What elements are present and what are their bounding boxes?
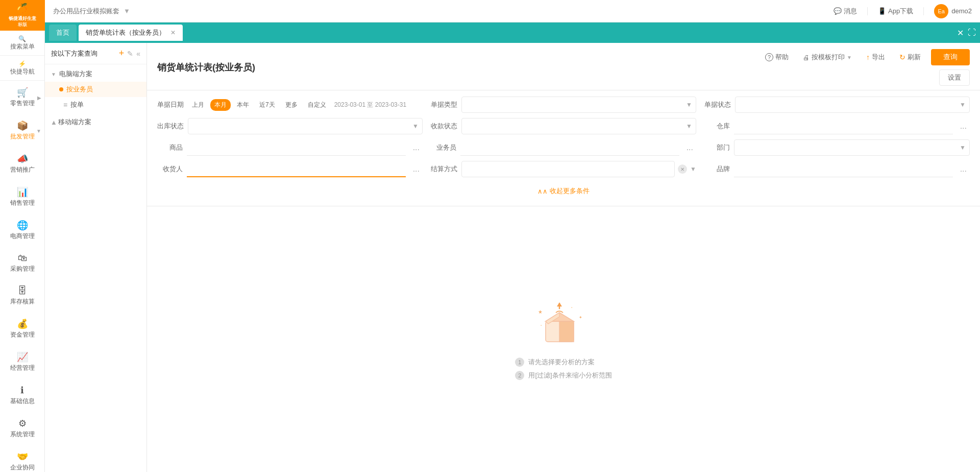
sidebar-item-enterprise[interactable]: 🤝 企业协同 xyxy=(0,445,44,472)
sidebar-item-label: 经营管理 xyxy=(10,364,35,371)
topbar-left: 办公用品行业模拟账套 ▼ xyxy=(53,7,130,16)
sidebar-item-sales[interactable]: 📊 销售管理 xyxy=(0,180,44,214)
home-tab-label: 首页 xyxy=(56,28,69,37)
export-button[interactable]: ↑ 导出 xyxy=(862,51,889,64)
sidebar-item-label: 资金管理 xyxy=(10,331,35,338)
product-dots[interactable]: ... xyxy=(410,143,423,152)
salesperson-dots[interactable]: ... xyxy=(683,143,696,152)
brand-label: 品牌 xyxy=(704,164,730,174)
export-label: 导出 xyxy=(872,53,885,62)
sidebar-item-finance[interactable]: 💰 资金管理 xyxy=(0,312,44,345)
sidebar-item-retail[interactable]: 🛒 零售管理 ▶ xyxy=(0,81,44,114)
current-company-label: 办公用品行业模拟账套 xyxy=(53,7,119,16)
empty-tip-1: 1 请先选择要分析的方案 xyxy=(515,358,611,367)
payment-method-select[interactable] xyxy=(461,161,675,177)
filter-row-4: 收货人 ... 结算方式 ✕ ▼ 品牌 xyxy=(157,161,970,177)
tab-close-all-icon[interactable]: ✕ xyxy=(957,28,964,38)
date-label: 单据日期 xyxy=(157,100,184,109)
filter-salesperson: 业务员 ... xyxy=(431,139,696,156)
topbar: 办公用品行业模拟账套 ▼ 💬 消息 📱 App下载 Ea demo2 xyxy=(45,0,980,22)
date-tab-this-year[interactable]: 本年 xyxy=(233,99,253,111)
filter-doc-status: 单据状态 ▼ xyxy=(704,97,970,113)
department-select[interactable] xyxy=(734,139,970,156)
query-button[interactable]: 查询 xyxy=(931,49,970,65)
recipient-dots[interactable]: ... xyxy=(410,164,423,174)
date-tab-last-month[interactable]: 上月 xyxy=(188,99,208,111)
operations-icon: 📈 xyxy=(0,351,44,363)
sidebar-item-label: 销售管理 xyxy=(10,199,35,206)
tip-2-label: 用[过滤]条件来缩小分析范围 xyxy=(528,371,611,380)
sidebar-item-label: 批发管理 xyxy=(10,133,35,140)
salesperson-input[interactable] xyxy=(460,139,679,156)
sidebar-item-system[interactable]: ⚙ 系统管理 xyxy=(0,412,44,445)
mobile-scheme-group[interactable]: ▶ 移动端方案 xyxy=(45,114,146,130)
tab-expand-icon[interactable]: ⛶ xyxy=(968,28,976,37)
desktop-scheme-group[interactable]: ▼ 电脑端方案 xyxy=(45,66,146,82)
empty-tip-2: 2 用[过滤]条件来缩小分析范围 xyxy=(515,371,611,380)
help-label: 帮助 xyxy=(775,53,789,62)
collapse-panel-button[interactable]: « xyxy=(136,50,140,58)
message-label: 消息 xyxy=(844,7,857,16)
app-download-button[interactable]: 📱 App下载 xyxy=(878,7,913,16)
export-icon: ↑ xyxy=(866,53,870,61)
filter-row-3: 商品 ... 业务员 ... 部门 ▼ xyxy=(157,139,970,156)
recipient-input[interactable] xyxy=(187,161,406,177)
sidebar-menu: 🛒 零售管理 ▶ 📦 批发管理 ▼ 📣 营销推广 📊 销售管理 🌐 电商管理 🛍… xyxy=(0,81,44,472)
dropdown-icon[interactable]: ▼ xyxy=(124,7,130,15)
warehouse-input[interactable] xyxy=(734,118,953,134)
sidebar-item-basic[interactable]: ℹ 基础信息 xyxy=(0,379,44,412)
add-scheme-button[interactable]: + xyxy=(119,48,125,59)
sidebar-item-ecommerce[interactable]: 🌐 电商管理 xyxy=(0,214,44,247)
date-tab-7days[interactable]: 近7天 xyxy=(255,99,279,111)
print-button[interactable]: 🖨 按模板打印 ▼ xyxy=(799,51,856,64)
tab-close-button[interactable]: ✕ xyxy=(170,29,176,36)
tab-sales-stats[interactable]: 销货单统计表（按业务员） ✕ xyxy=(79,25,183,41)
sidebar-item-wholesale[interactable]: 📦 批发管理 ▼ xyxy=(0,114,44,147)
doc-status-select-wrap: ▼ xyxy=(735,97,970,113)
warehouse-dots[interactable]: ... xyxy=(957,122,970,131)
sidebar-item-operations[interactable]: 📈 经营管理 xyxy=(0,345,44,379)
out-status-select[interactable] xyxy=(188,118,423,134)
sidebar-quicknav[interactable]: ⚡ 快捷导航 xyxy=(0,56,44,81)
sidebar-search[interactable]: 🔍 搜索菜单 xyxy=(0,31,44,56)
scheme-sub-by-order[interactable]: ≡ 按单 xyxy=(45,97,146,112)
product-input[interactable] xyxy=(187,139,406,156)
message-button[interactable]: 💬 消息 xyxy=(834,7,857,16)
chevron-down-icon: ▼ xyxy=(36,128,41,133)
recipient-label: 收货人 xyxy=(157,164,183,174)
sales-icon: 📊 xyxy=(0,186,44,198)
scheme-item-by-salesperson[interactable]: 按业务员 xyxy=(45,82,146,97)
filter-row-1: 单据日期 上月 本月 本年 近7天 更多 自定义 2023-03-01 至 20… xyxy=(157,97,970,113)
refresh-button[interactable]: ↻ 刷新 xyxy=(895,51,925,64)
department-label: 部门 xyxy=(704,143,730,152)
sidebar: 🍊 畅捷通好生意 标版 🔍 搜索菜单 ⚡ 快捷导航 🛒 零售管理 ▶ 📦 批发管… xyxy=(0,0,45,472)
doc-type-select[interactable] xyxy=(461,97,696,113)
mobile-group-label: 移动端方案 xyxy=(58,117,91,127)
settings-button[interactable]: 设置 xyxy=(939,69,970,86)
date-tab-custom[interactable]: 自定义 xyxy=(304,99,330,111)
sidebar-item-label: 企业协同 xyxy=(10,464,35,471)
help-button[interactable]: ? 帮助 xyxy=(761,51,793,64)
print-chevron-icon: ▼ xyxy=(847,55,852,60)
sidebar-item-label: 营销推广 xyxy=(10,166,35,173)
tabbar: 首页 销货单统计表（按业务员） ✕ ✕ ⛶ xyxy=(45,22,980,43)
enterprise-icon: 🤝 xyxy=(0,451,44,462)
sidebar-item-purchase[interactable]: 🛍 采购管理 xyxy=(0,247,44,279)
date-tab-this-month[interactable]: 本月 xyxy=(210,99,231,111)
edit-scheme-button[interactable]: ✎ xyxy=(127,50,133,58)
collapse-label: 收起更多条件 xyxy=(550,186,590,196)
brand-input[interactable] xyxy=(734,161,953,177)
user-menu[interactable]: Ea demo2 xyxy=(934,4,972,18)
sidebar-item-inventory[interactable]: 🗄 库存核算 xyxy=(0,279,44,312)
tab-home[interactable]: 首页 xyxy=(49,25,77,41)
sidebar-item-marketing[interactable]: 📣 营销推广 xyxy=(0,147,44,180)
receipt-status-select[interactable] xyxy=(461,118,696,134)
sidebar-item-label: 系统管理 xyxy=(10,431,35,438)
date-tab-more[interactable]: 更多 xyxy=(281,99,302,111)
collapse-filter-button[interactable]: ∧∧ 收起更多条件 xyxy=(157,182,970,200)
brand-dots[interactable]: ... xyxy=(957,164,970,174)
doc-status-select[interactable] xyxy=(735,97,970,113)
empty-state: ★ ✦ • • 1 请先选择要分析的方案 2 用[过滤] xyxy=(515,298,611,380)
payment-method-clear-button[interactable]: ✕ xyxy=(678,164,687,174)
empty-illustration: ★ ✦ • • xyxy=(533,298,594,349)
